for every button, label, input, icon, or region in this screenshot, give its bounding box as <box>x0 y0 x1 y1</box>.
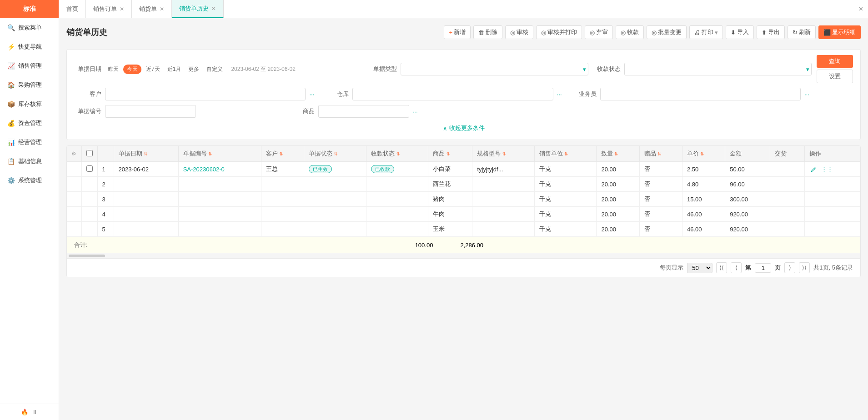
table-settings-th[interactable]: ⚙ <box>67 146 81 162</box>
gift-th[interactable]: 赠品 ⇅ <box>639 146 682 162</box>
page-number-input[interactable] <box>755 263 771 273</box>
collect-button[interactable]: ◎ 收款 <box>616 25 644 39</box>
row5-goods: 玉米 <box>428 222 472 237</box>
warehouse-input[interactable] <box>352 88 553 100</box>
print-label: 打印 <box>702 28 713 36</box>
tab-sales-history[interactable]: 销货单历史 ✕ <box>172 0 224 18</box>
sidebar-item-finance[interactable]: 💰 资金管理 <box>0 114 59 133</box>
date-btn-custom[interactable]: 自定义 <box>204 65 226 74</box>
audit-label: 审核 <box>517 28 528 36</box>
horizontal-scrollbar[interactable] <box>67 253 860 258</box>
next-page-btn[interactable]: ⟩ <box>784 262 795 273</box>
doc-type-input[interactable] <box>401 63 588 75</box>
doc-no-label: 单据编号 <box>74 107 101 115</box>
doc-status-th[interactable]: 单据状态 ⇅ <box>304 146 366 162</box>
row1-checkbox[interactable] <box>86 165 93 172</box>
price-col-label: 单价 <box>687 150 699 158</box>
row1-index: 1 <box>97 162 114 177</box>
filter-date: 单据日期 昨天 今天 近7天 近1月 更多 自定义 2023-06-02 至 2… <box>74 65 362 74</box>
tab-sales-order-label: 销售订单 <box>93 5 117 13</box>
row1-doc-no: SA-20230602-0 <box>178 162 261 177</box>
row2-action <box>805 177 860 192</box>
import-button[interactable]: ⬇ 导入 <box>726 25 754 39</box>
date-btn-7days[interactable]: 近7天 <box>143 65 163 74</box>
sidebar-item-inventory[interactable]: 📦 库存核算 <box>0 95 59 114</box>
goods-input[interactable] <box>318 105 409 118</box>
row1-settings-cell <box>67 162 81 177</box>
row5-settings-cell <box>67 222 81 237</box>
staff-search-btn[interactable]: ··· <box>804 91 809 98</box>
table-header-row: ⚙ 单据日期 ⇅ 单据编号 <box>67 146 860 162</box>
tab-sales-order-close[interactable]: ✕ <box>120 6 124 12</box>
customer-search-btn[interactable]: ··· <box>309 91 314 98</box>
abandon-button[interactable]: ◎ 弃审 <box>585 25 613 39</box>
print-button[interactable]: 🖨 打印 ▾ <box>689 25 723 39</box>
doc-no-th[interactable]: 单据编号 ⇅ <box>178 146 261 162</box>
page-size-label: 每页显示 <box>660 264 683 272</box>
row1-edit-btn[interactable]: 🖉 <box>809 166 818 173</box>
first-page-btn[interactable]: ⟨⟨ <box>716 262 727 273</box>
unit-th[interactable]: 销售单位 ⇅ <box>534 146 596 162</box>
warehouse-search-btn[interactable]: ··· <box>557 91 562 98</box>
prev-page-btn[interactable]: ⟨ <box>731 262 742 273</box>
sidebar-collapse-icon[interactable]: ⏸ <box>32 409 38 415</box>
date-btn-1month[interactable]: 近1月 <box>165 65 184 74</box>
sidebar-item-basic-info[interactable]: 📋 基础信息 <box>0 152 59 171</box>
doc-no-input[interactable] <box>105 105 196 118</box>
tab-sales-goods-close[interactable]: ✕ <box>160 6 164 12</box>
export-button[interactable]: ⬆ 导出 <box>757 25 785 39</box>
date-th[interactable]: 单据日期 ⇅ <box>114 146 178 162</box>
tab-sales-order[interactable]: 销售订单 ✕ <box>86 0 132 18</box>
row3-pay-status <box>366 192 428 207</box>
pay-status-th[interactable]: 收款状态 ⇅ <box>366 146 428 162</box>
sidebar-item-search-menu[interactable]: 🔍 搜索菜单 <box>0 18 59 37</box>
sidebar-item-quick-nav[interactable]: ⚡ 快捷导航 <box>0 37 59 56</box>
row1-more-btn[interactable]: ⋮⋮ <box>820 166 834 173</box>
set-button[interactable]: 设置 <box>817 70 853 83</box>
delete-button[interactable]: 🗑 删除 <box>473 25 502 39</box>
row1-doc-no-link[interactable]: SA-20230602-0 <box>183 166 225 173</box>
filter-collapse-btn[interactable]: ∧ 收起更多条件 <box>74 122 853 134</box>
customer-input[interactable] <box>105 88 306 100</box>
sidebar-user-icon[interactable]: 🔥 <box>21 409 28 415</box>
refresh-button[interactable]: ↻ 刷新 <box>788 25 816 39</box>
goods-th[interactable]: 商品 ⇅ <box>428 146 472 162</box>
add-button[interactable]: + 新增 <box>444 25 471 39</box>
date-btn-yesterday[interactable]: 昨天 <box>105 65 121 74</box>
price-th[interactable]: 单价 ⇅ <box>682 146 725 162</box>
date-btn-more[interactable]: 更多 <box>186 65 202 74</box>
audit-print-button[interactable]: ◎ 审核并打印 <box>536 25 582 39</box>
row4-goods: 牛肉 <box>428 207 472 222</box>
last-page-btn[interactable]: ⟩⟩ <box>799 262 810 273</box>
show-detail-button[interactable]: ⬛ 显示明细 <box>818 25 861 39</box>
qty-th[interactable]: 数量 ⇅ <box>597 146 639 162</box>
spec-th[interactable]: 规格型号 ⇅ <box>472 146 534 162</box>
batch-change-button[interactable]: ◎ 批量变更 <box>647 25 687 39</box>
staff-input[interactable] <box>600 88 801 100</box>
row2-checkbox-cell <box>81 177 97 192</box>
audit-button[interactable]: ◎ 审核 <box>505 25 533 39</box>
search-button[interactable]: 查询 <box>817 55 853 68</box>
scrollbar-thumb[interactable] <box>69 255 105 257</box>
page-size-select[interactable]: 50 100 200 <box>687 263 712 273</box>
pay-status-dropdown-icon[interactable]: ▾ <box>806 66 809 73</box>
date-label: 单据日期 <box>74 65 101 73</box>
doc-type-dropdown-icon[interactable]: ▾ <box>583 66 586 73</box>
sidebar-item-system-mgmt[interactable]: ⚙️ 系统管理 <box>0 171 59 190</box>
date-btn-today[interactable]: 今天 <box>123 65 141 74</box>
tab-home[interactable]: 首页 <box>59 0 86 18</box>
sidebar: 标准 🔍 搜索菜单 ⚡ 快捷导航 📈 销售管理 🏠 采购管理 📦 库存核算 💰 … <box>0 0 59 420</box>
goods-search-btn[interactable]: ··· <box>413 108 418 115</box>
sidebar-item-purchase-mgmt[interactable]: 🏠 采购管理 <box>0 75 59 95</box>
filter-doc-type: 单据类型 ▾ <box>370 63 586 75</box>
sidebar-item-operation[interactable]: 📊 经营管理 <box>0 133 59 152</box>
customer-th[interactable]: 客户 ⇅ <box>261 146 304 162</box>
sidebar-item-sales-mgmt[interactable]: 📈 销售管理 <box>0 56 59 75</box>
tab-sales-history-close[interactable]: ✕ <box>211 5 216 12</box>
pay-status-input[interactable] <box>624 63 812 75</box>
row4-doc-status <box>304 207 366 222</box>
tab-bar-close-all[interactable]: ✕ <box>858 5 868 12</box>
tab-sales-goods[interactable]: 销货单 ✕ <box>132 0 172 18</box>
refresh-label: 刷新 <box>799 28 811 36</box>
select-all-checkbox[interactable] <box>86 150 93 156</box>
